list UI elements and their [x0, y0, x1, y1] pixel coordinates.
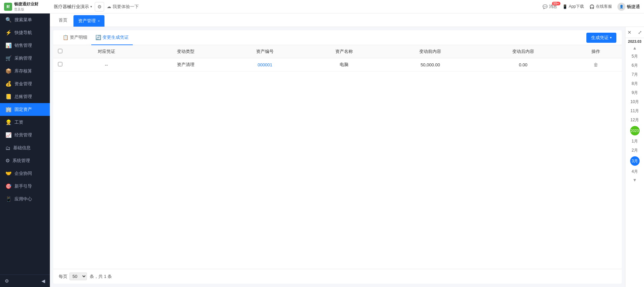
sidebar-item-app-center[interactable]: 📱应用中心: [0, 193, 50, 205]
right-expand-button[interactable]: ⤢: [638, 30, 642, 35]
timeline-month[interactable]: 6月: [625, 61, 644, 70]
content-area: 首页 资产管理 × 📋 资产明细 🔄 变更生成凭证: [50, 13, 644, 287]
sidebar-label-enterprise: 企业协同: [14, 170, 32, 177]
timeline-month[interactable]: 2月: [625, 146, 644, 155]
sidebar-item-guide[interactable]: 🎯新手引导: [0, 180, 50, 193]
select-all-header: [53, 45, 67, 58]
page-size-select[interactable]: 102050100: [69, 273, 87, 280]
sidebar-item-quick-nav[interactable]: ⚡快捷导航: [0, 26, 50, 39]
sub-tab-change-voucher[interactable]: 🔄 变更生成凭证: [91, 30, 133, 45]
header-right: 💬 消息 99+ 📱 App下载 🎧 在线客服 👤 畅捷通: [543, 3, 640, 11]
headset-icon: 🎧: [589, 4, 594, 9]
row-asset-name: 电脑: [305, 58, 384, 71]
tab-close-button[interactable]: ×: [98, 19, 100, 23]
sidebar-label-purchase: 采购管理: [14, 55, 32, 61]
row-checkbox[interactable]: [58, 62, 62, 66]
sales-icon: 📊: [5, 42, 12, 49]
col-asset-name: 资产名称: [305, 45, 384, 58]
home-tab[interactable]: 首页: [54, 14, 72, 27]
asset-management-tab[interactable]: 资产管理 ×: [73, 15, 104, 27]
header-center: 医疗器械行业演示 ▾ ⚙ ☁ 我要体验一下: [54, 2, 543, 11]
delete-button[interactable]: 🗑: [593, 62, 598, 67]
sidebar-label-ledger: 总账管理: [14, 94, 32, 100]
settings-icon[interactable]: ⚙: [5, 278, 9, 284]
app-download-button[interactable]: 📱 App下载: [562, 4, 584, 9]
logo-icon: 财: [4, 3, 12, 11]
select-all-checkbox[interactable]: [58, 49, 62, 53]
app-download-label: App下载: [569, 4, 584, 9]
timeline-current-month[interactable]: 3月: [630, 156, 640, 166]
row-asset-number: 000001: [225, 58, 305, 71]
sidebar-item-system[interactable]: ⚙系统管理: [0, 154, 50, 167]
table-header-row: 对应凭证 变动类型 资产编号 资产名称 变动前内容 变动后内容 操作: [53, 45, 622, 58]
sidebar-item-operations[interactable]: 📈经营管理: [0, 129, 50, 141]
year-badge[interactable]: 2023: [630, 126, 640, 135]
inventory-icon: 📦: [5, 68, 12, 74]
table-row: -- 资产清理 000001 电脑 50,000.00 0.00 🗑: [53, 58, 622, 71]
sidebar-item-inventory[interactable]: 📦库存核算: [0, 65, 50, 77]
col-before-content: 变动前内容: [384, 45, 477, 58]
payroll-icon: 👷: [5, 119, 12, 125]
table-container: 对应凭证 变动类型 资产编号 资产名称 变动前内容 变动后内容 操作: [53, 45, 622, 269]
sidebar-item-ledger[interactable]: 📒总账管理: [0, 90, 50, 103]
sidebar-item-basic-info[interactable]: 🗂基础信息: [0, 141, 50, 154]
sidebar-item-fixed-assets[interactable]: 🏢固定资产: [0, 103, 50, 116]
timeline-list: 2023.03 ▲ 5月6月7月8月9月10月11月12月 2023 1月2月3…: [625, 38, 644, 287]
main-layout: 🔍搜索菜单⚡快捷导航📊销售管理🛒采购管理📦库存核算💰资金管理📒总账管理🏢固定资产…: [0, 13, 644, 287]
timeline-month[interactable]: 12月: [625, 116, 644, 125]
collapse-icon[interactable]: ◀: [41, 278, 45, 284]
purchase-icon: 🛒: [5, 55, 12, 61]
timeline-month[interactable]: 8月: [625, 79, 644, 88]
generate-voucher-button[interactable]: 生成凭证 ▾: [586, 33, 616, 43]
basic-info-icon: 🗂: [5, 145, 10, 151]
col-action: 操作: [570, 45, 622, 58]
company-selector[interactable]: 医疗器械行业演示 ▾: [54, 4, 92, 10]
sub-tab-asset-detail[interactable]: 📋 资产明细: [59, 30, 91, 45]
sidebar-item-payroll[interactable]: 👷工资: [0, 116, 50, 129]
sidebar-label-funds: 资金管理: [14, 81, 32, 87]
timeline-month[interactable]: 7月: [625, 70, 644, 79]
timeline-month[interactable]: 5月: [625, 52, 644, 61]
sidebar-item-search-menu[interactable]: 🔍搜索菜单: [0, 13, 50, 26]
experience-label: 我要体验一下: [113, 4, 139, 10]
sidebar-label-inventory: 库存核算: [14, 68, 32, 74]
page-info: 条，共 1 条: [90, 274, 112, 280]
top-header: 财 畅捷通好业财 普及版 医疗器械行业演示 ▾ ⚙ ☁ 我要体验一下 💬 消息 …: [0, 0, 644, 13]
message-icon: 💬: [543, 4, 548, 9]
row-after-content: 0.00: [477, 58, 570, 71]
customer-service-label: 在线客服: [596, 4, 612, 9]
chevron-down-icon: ▾: [90, 5, 92, 8]
timeline-down-arrow[interactable]: ▼: [625, 176, 644, 184]
timeline-month[interactable]: 10月: [625, 97, 644, 106]
message-button[interactable]: 💬 消息 99+: [543, 4, 557, 9]
system-icon: ⚙: [5, 158, 10, 164]
sidebar-label-app-center: 应用中心: [14, 196, 32, 202]
timeline-month[interactable]: 9月: [625, 88, 644, 97]
right-panel-header: ✕ ⤢: [625, 27, 644, 38]
user-area[interactable]: 👤 畅捷通: [617, 3, 640, 11]
change-icon: 🔄: [95, 35, 101, 40]
logo-sub: 普及版: [14, 7, 38, 12]
settings-button[interactable]: ⚙: [95, 2, 104, 11]
customer-service-button[interactable]: 🎧 在线客服: [589, 4, 612, 9]
experience-button[interactable]: ☁ 我要体验一下: [107, 4, 139, 10]
sidebar-label-fixed-assets: 固定资产: [14, 106, 32, 113]
col-corresponding-voucher: 对应凭证: [67, 45, 146, 58]
row-checkbox-cell: [53, 58, 67, 71]
timeline-month[interactable]: 11月: [625, 106, 644, 116]
company-name: 医疗器械行业演示: [54, 4, 89, 10]
sidebar-label-quick-nav: 快捷导航: [14, 30, 32, 36]
timeline-month[interactable]: 4月: [625, 167, 644, 176]
per-page-label: 每页: [59, 274, 67, 280]
sidebar-item-sales[interactable]: 📊销售管理: [0, 39, 50, 52]
sidebar-item-funds[interactable]: 💰资金管理: [0, 77, 50, 90]
main-panel: 📋 资产明细 🔄 变更生成凭证 生成凭证 ▾: [53, 30, 622, 284]
timeline-up-arrow[interactable]: ▲: [625, 44, 644, 52]
timeline-month[interactable]: 1月: [625, 137, 644, 146]
sidebar-bottom: ⚙ ◀: [0, 275, 50, 287]
list-icon: 📋: [63, 35, 68, 40]
sidebar-item-enterprise[interactable]: 🤝企业协同: [0, 167, 50, 180]
sidebar-item-purchase[interactable]: 🛒采购管理: [0, 52, 50, 65]
right-close-button[interactable]: ✕: [627, 30, 632, 35]
col-change-type: 变动类型: [146, 45, 225, 58]
